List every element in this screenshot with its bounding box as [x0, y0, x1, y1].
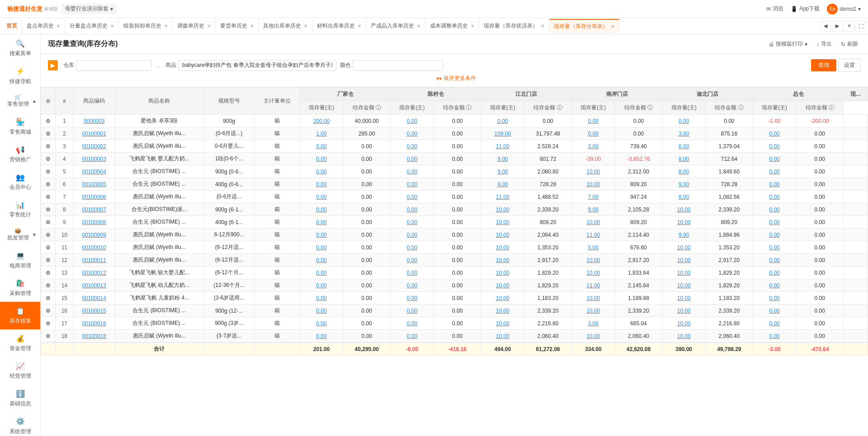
row-nanan-qty[interactable]: 0.00 — [572, 127, 615, 140]
row-jiangbei-qty[interactable]: 10.00 — [481, 241, 524, 254]
close-icon[interactable]: ✕ — [611, 24, 614, 29]
warehouse-input[interactable] — [76, 60, 152, 71]
row-yubei-qty[interactable]: 9.00 — [662, 229, 705, 241]
row-jiangbei-qty[interactable]: 10.00 — [481, 216, 524, 229]
row-gear[interactable]: ⚙ — [41, 267, 56, 279]
close-icon[interactable]: ✕ — [304, 23, 307, 28]
tab-8[interactable]: 成本调整单历史 ✕ — [425, 19, 479, 33]
company-selector[interactable]: 母婴行业演示陈套 ▾ — [61, 4, 117, 14]
export-btn[interactable]: ↓ 导出 — [814, 39, 835, 49]
row-chencun-qty[interactable]: 0.00 — [391, 317, 434, 330]
row-chencun-qty[interactable]: 0.00 — [391, 140, 434, 153]
row-code[interactable]: 00100016 — [73, 317, 115, 330]
row-changjiacao-qty[interactable]: 0.00 — [300, 153, 343, 165]
row-zongcang-qty[interactable]: 0.00 — [753, 317, 796, 330]
row-chencun-qty[interactable]: 0.00 — [391, 216, 434, 229]
row-yubei-qty[interactable]: 10.00 — [662, 254, 705, 267]
row-code[interactable]: 0000003 — [73, 115, 115, 127]
row-gear[interactable]: ⚙ — [41, 317, 56, 330]
row-jiangbei-qty[interactable]: 10.00 — [481, 279, 524, 292]
user-menu[interactable]: Ea demo2 ▾ — [827, 4, 861, 14]
row-jiangbei-qty[interactable]: 10.00 — [481, 330, 524, 343]
row-nanan-qty[interactable]: 10.00 — [572, 267, 615, 279]
row-changjiacao-qty[interactable]: 0.00 — [300, 317, 343, 330]
row-jiangbei-qty[interactable]: 10.00 — [481, 267, 524, 279]
tab-3[interactable]: 调拨单历史 ✕ — [173, 19, 216, 33]
row-gear[interactable]: ⚙ — [41, 305, 56, 317]
sidebar-item-search[interactable]: 🔍 搜索英单 — [0, 34, 40, 62]
row-yubei-qty[interactable]: 0.00 — [662, 115, 705, 127]
row-gear[interactable]: ⚙ — [41, 241, 56, 254]
row-changjiacao-qty[interactable]: 0.00 — [300, 279, 343, 292]
print-btn[interactable]: 🖨 按模版打印 ▾ — [766, 39, 810, 49]
tab-6[interactable]: 材料出库单历史 ✕ — [312, 19, 366, 33]
row-nanan-qty[interactable]: 0.00 — [572, 115, 615, 127]
row-chencun-qty[interactable]: 0.00 — [391, 330, 434, 343]
row-chencun-qty[interactable]: 0.00 — [391, 254, 434, 267]
row-zongcang-qty[interactable]: 0.00 — [753, 330, 796, 343]
tab-7[interactable]: 产成品入库单历史 ✕ — [366, 19, 425, 33]
sidebar-item-nav[interactable]: ⚡ 快捷导航 — [0, 62, 40, 89]
row-yubei-qty[interactable]: 6.00 — [662, 140, 705, 153]
tab-9[interactable]: 现存量（库存状况表） ✕ — [479, 19, 549, 33]
row-jiangbei-qty[interactable]: 9.00 — [481, 153, 524, 165]
sidebar-item-system[interactable]: ⚙️ 系统管理 — [0, 412, 40, 436]
row-nanan-qty[interactable]: 10.00 — [572, 254, 615, 267]
row-nanan-qty[interactable]: 10.00 — [572, 292, 615, 305]
row-jiangbei-qty[interactable]: 10.00 — [481, 292, 524, 305]
sidebar-item-inventory[interactable]: 📋 库存核算 — [0, 302, 40, 329]
row-gear[interactable]: ⚙ — [41, 191, 56, 203]
app-download-btn[interactable]: 📱 App下载 — [791, 5, 820, 13]
row-chencun-qty[interactable]: 0.00 — [391, 203, 434, 216]
row-gear[interactable]: ⚙ — [41, 140, 56, 153]
row-chencun-qty[interactable]: 0.00 — [391, 178, 434, 191]
row-chencun-qty[interactable]: 0.00 — [391, 153, 434, 165]
row-jiangbei-qty[interactable]: 9.00 — [481, 165, 524, 178]
row-yubei-qty[interactable]: 10.00 — [662, 203, 705, 216]
row-code[interactable]: 00100010 — [73, 241, 115, 254]
row-jiangbei-qty[interactable]: 9.00 — [481, 178, 524, 191]
row-chencun-qty[interactable]: 0.00 — [391, 127, 434, 140]
tab-5[interactable]: 其他出库单历史 ✕ — [259, 19, 312, 33]
sidebar-item-base[interactable]: ℹ️ 基础信息 — [0, 384, 40, 412]
row-jiangbei-qty[interactable]: 10.00 — [481, 229, 524, 241]
row-yubei-qty[interactable]: 10.00 — [662, 330, 705, 343]
set-button[interactable]: 设置 — [838, 59, 861, 72]
row-yubei-qty[interactable]: 8.00 — [662, 165, 705, 178]
row-code[interactable]: 00100008 — [73, 216, 115, 229]
row-code[interactable]: 00100003 — [73, 153, 115, 165]
close-icon[interactable]: ✕ — [164, 23, 168, 28]
row-changjiacao-qty[interactable]: 0.00 — [300, 165, 343, 178]
row-zongcang-qty[interactable]: 0.00 — [753, 279, 796, 292]
row-jiangbei-qty[interactable]: 10.00 — [481, 203, 524, 216]
row-changjiacao-qty[interactable]: 0.00 — [300, 241, 343, 254]
sidebar-item-purchase[interactable]: 🛍️ 采购管理 — [0, 274, 40, 301]
refresh-btn[interactable]: ↻ 刷新 — [838, 39, 861, 49]
tab-2[interactable]: 组装拆卸单历史 ✕ — [119, 19, 173, 33]
row-nanan-qty[interactable]: 10.00 — [572, 330, 615, 343]
color-input[interactable] — [353, 60, 443, 71]
row-gear[interactable]: ⚙ — [41, 115, 56, 127]
row-chencun-qty[interactable]: 0.00 — [391, 115, 434, 127]
row-code[interactable]: 00100013 — [73, 279, 115, 292]
row-gear[interactable]: ⚙ — [41, 292, 56, 305]
table-container[interactable]: ⚙ # 商品编码 商品名称 规格型号 主计量单位 厂家仓 陈村仓 江北门店 南岸… — [41, 87, 868, 436]
row-chencun-qty[interactable]: 0.00 — [391, 165, 434, 178]
row-changjiacao-qty[interactable]: 0.00 — [300, 203, 343, 216]
row-chencun-qty[interactable]: 0.00 — [391, 267, 434, 279]
close-icon[interactable]: ✕ — [417, 23, 420, 28]
row-yubei-qty[interactable]: 10.00 — [662, 241, 705, 254]
close-icon[interactable]: ✕ — [57, 23, 60, 28]
row-yubei-qty[interactable]: 10.00 — [662, 216, 705, 229]
row-jiangbei-qty[interactable]: 10.00 — [481, 317, 524, 330]
row-gear[interactable]: ⚙ — [41, 330, 56, 343]
row-zongcang-qty[interactable]: 0.00 — [753, 153, 796, 165]
row-yubei-qty[interactable]: 10.00 — [662, 267, 705, 279]
sidebar-item-ecommerce[interactable]: 💻 电商管理 — [0, 246, 40, 274]
row-chencun-qty[interactable]: 0.00 — [391, 241, 434, 254]
row-code[interactable]: 00100012 — [73, 267, 115, 279]
row-zongcang-qty[interactable]: 0.00 — [753, 254, 796, 267]
row-code[interactable]: 00100015 — [73, 305, 115, 317]
row-chencun-qty[interactable]: 0.00 — [391, 279, 434, 292]
row-yubei-qty[interactable]: 10.00 — [662, 305, 705, 317]
